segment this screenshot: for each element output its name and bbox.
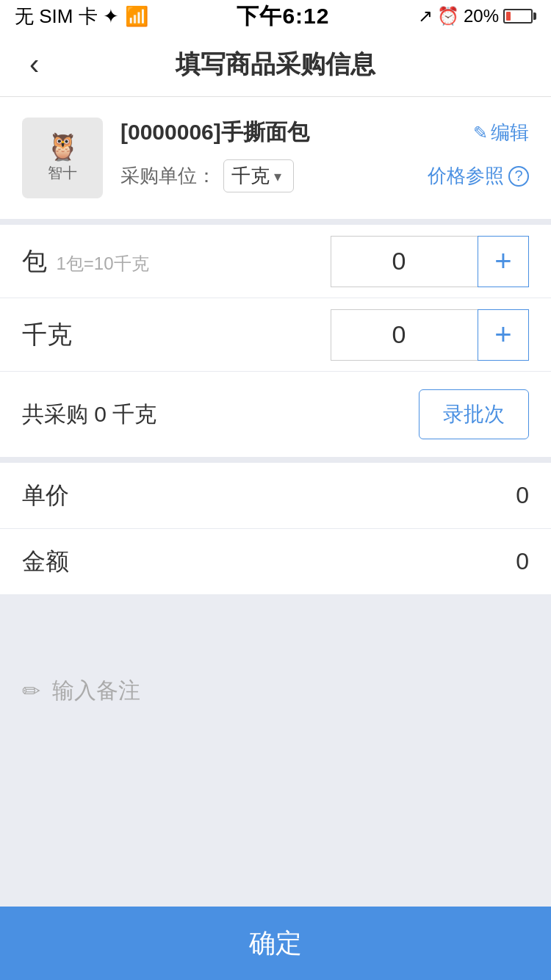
quantity-unit-bao: 包 — [22, 247, 47, 275]
quantity-row-kg: 千克 + — [0, 298, 551, 372]
summary-unit: 千克 — [112, 402, 156, 426]
remark-section[interactable]: ✏ 输入备注 — [0, 595, 551, 787]
unit-price-label: 单价 — [22, 480, 69, 512]
product-name: [0000006]手撕面包 — [120, 118, 309, 148]
status-right: ↗ ⏰ 20% — [418, 6, 536, 26]
quantity-label-kg: 千克 — [22, 318, 331, 352]
edit-button[interactable]: ✎ 编辑 — [473, 120, 529, 145]
product-unit-row: 采购单位： 千克 ▾ 价格参照 ? — [120, 159, 529, 192]
unit-value: 千克 — [231, 163, 270, 189]
battery-percent: 20% — [464, 6, 499, 26]
price-reference-button[interactable]: 价格参照 ? — [428, 163, 529, 189]
quantity-section: 包 1包=10千克 + 千克 + — [0, 225, 551, 372]
wifi-icon: 📶 — [125, 5, 148, 28]
status-left: 无 SIM 卡 ✦ 📶 — [15, 4, 148, 29]
batch-button[interactable]: 录批次 — [419, 389, 529, 439]
quantity-plus-kg[interactable]: + — [478, 309, 529, 361]
summary-amount: 0 — [94, 402, 112, 426]
confirm-button[interactable]: 确定 — [0, 907, 551, 980]
edit-label: 编辑 — [491, 120, 529, 145]
remark-placeholder: 输入备注 — [52, 676, 140, 706]
status-bar: 无 SIM 卡 ✦ 📶 下午6:12 ↗ ⏰ 20% — [0, 0, 551, 32]
quantity-input-kg[interactable] — [331, 309, 478, 361]
product-info: [0000006]手撕面包 ✎ 编辑 采购单位： 千克 ▾ 价格参照 ? — [120, 118, 529, 192]
amount-value: 0 — [516, 548, 529, 575]
battery-icon — [503, 9, 536, 24]
summary-text: 共采购 0 千克 — [22, 400, 156, 430]
quantity-row-bao: 包 1包=10千克 + — [0, 225, 551, 298]
price-row-unit: 单价 0 — [0, 463, 551, 529]
edit-icon: ✎ — [473, 123, 488, 143]
quantity-unit-kg: 千克 — [22, 320, 72, 348]
price-row-amount: 金额 0 — [0, 529, 551, 595]
unit-label-text: 采购单位： — [120, 163, 216, 189]
quantity-label-bao: 包 1包=10千克 — [22, 245, 331, 278]
price-ref-label: 价格参照 — [428, 163, 504, 189]
quantity-input-bao[interactable] — [331, 236, 478, 287]
product-thumb-text: 智十 — [48, 163, 77, 183]
unit-price-value: 0 — [516, 482, 529, 509]
amount-label: 金额 — [22, 546, 69, 578]
alarm-icon: ⏰ — [437, 6, 459, 26]
quantity-plus-bao[interactable]: + — [478, 236, 529, 287]
nav-bar: ‹ 填写商品采购信息 — [0, 32, 551, 97]
unit-label: 采购单位： 千克 ▾ — [120, 159, 294, 192]
quantity-input-group-kg: + — [331, 309, 529, 361]
product-logo-icon: 🦉 — [46, 134, 79, 160]
product-name-row: [0000006]手撕面包 ✎ 编辑 — [120, 118, 529, 148]
summary-label: 共采购 — [22, 402, 88, 426]
unit-dropdown-icon: ▾ — [274, 167, 281, 185]
location-icon: ↗ — [418, 6, 433, 26]
page-title: 填写商品采购信息 — [176, 48, 375, 82]
spacer — [0, 787, 551, 907]
pencil-icon: ✏ — [22, 678, 40, 704]
price-ref-icon: ? — [508, 166, 529, 187]
unit-selector[interactable]: 千克 ▾ — [223, 159, 294, 192]
product-card: 🦉 智十 [0000006]手撕面包 ✎ 编辑 采购单位： 千克 ▾ 价格参照 … — [0, 97, 551, 225]
price-section: 单价 0 金额 0 — [0, 463, 551, 595]
summary-row: 共采购 0 千克 录批次 — [0, 372, 551, 463]
quantity-unit-bao-sub: 1包=10千克 — [56, 253, 148, 273]
sim-status: 无 SIM 卡 ✦ — [15, 4, 119, 29]
back-button[interactable]: ‹ — [22, 40, 46, 88]
product-thumbnail: 🦉 智十 — [22, 118, 103, 198]
status-time: 下午6:12 — [237, 1, 329, 32]
quantity-input-group-bao: + — [331, 236, 529, 287]
